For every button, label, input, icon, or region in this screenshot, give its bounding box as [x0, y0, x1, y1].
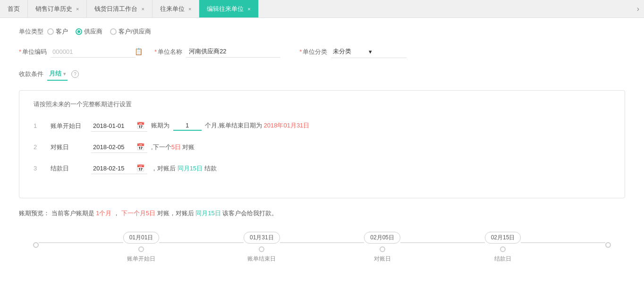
- timeline-dot-4: [500, 246, 506, 252]
- unit-class-label: 单位分类: [303, 48, 327, 56]
- unit-class-group: * 单位分类 未分类 ▾: [299, 45, 407, 58]
- radio-customer[interactable]: 客户: [47, 27, 68, 36]
- tab-cashflow[interactable]: 钱货日清工作台 ×: [87, 0, 152, 17]
- payment-date-input[interactable]: [93, 165, 136, 172]
- timeline-line-4: [400, 242, 485, 243]
- unit-name-group: * 单位名称: [154, 46, 280, 58]
- copy-icon[interactable]: 📋: [134, 47, 144, 56]
- help-icon[interactable]: ?: [71, 70, 79, 78]
- close-icon[interactable]: ×: [76, 6, 79, 12]
- unit-type-row: 单位类型 客户 供应商 客户/供应商: [19, 27, 625, 36]
- tab-more-button[interactable]: ›: [632, 0, 644, 17]
- payment-highlight: 同月15日: [178, 165, 203, 172]
- radio-supplier[interactable]: 供应商: [76, 27, 102, 36]
- tab-home[interactable]: 首页: [0, 0, 28, 17]
- unit-code-input[interactable]: [51, 46, 134, 57]
- period-row-3: 3 结款日 📅 ，对账后 同月15日 结款: [34, 162, 610, 174]
- timeline-label-1: 账单开始日: [127, 255, 155, 263]
- unit-name-label: 单位名称: [158, 48, 182, 56]
- close-icon[interactable]: ×: [188, 6, 191, 12]
- required-star: *: [19, 48, 21, 55]
- preview-payment-day: 同月15日: [195, 210, 220, 217]
- timeline-pill-4: 02月15日: [485, 232, 521, 244]
- timeline-area: 01月01日 账单开始日 01月31日 账单结束日 02月05日 对账日 02月…: [19, 232, 625, 263]
- unit-code-group: * 单位编码 📋: [19, 46, 136, 58]
- tab-bar: 首页 销售订单历史 × 钱货日清工作台 × 往来单位 × 编辑往来单位 × ›: [0, 0, 644, 18]
- timeline-node-4: 02月15日 结款日: [485, 232, 521, 263]
- unit-type-radio-group: 客户 供应商 客户/供应商: [47, 27, 151, 36]
- unit-name-input[interactable]: [186, 46, 280, 58]
- unit-info-row: * 单位编码 📋 * 单位名称 * 单位分类 未分类 ▾: [19, 45, 625, 58]
- timeline-label-3: 对账日: [374, 255, 391, 263]
- timeline-node-3: 02月05日 对账日: [364, 232, 400, 263]
- timeline-dot-2: [259, 246, 264, 252]
- period-num-1: 1: [34, 122, 43, 129]
- reconcile-date-input-group: 📅: [91, 141, 147, 153]
- timeline-node-1: 01月01日 账单开始日: [123, 232, 160, 263]
- period-row-1: 1 账单开始日 📅 账期为 个月,账单结束日期为 2018年01月31日: [34, 120, 610, 132]
- timeline-line-3: [280, 242, 364, 243]
- timeline-node-2: 01月31日 账单结束日: [244, 232, 280, 263]
- unit-code-label: 单位编码: [22, 48, 47, 56]
- radio-circle-both: [110, 28, 117, 35]
- radio-customer-supplier[interactable]: 客户/供应商: [110, 27, 151, 36]
- period-suffix-1: 账期为 个月,账单结束日期为 2018年01月31日: [151, 121, 309, 131]
- timeline-start-dot: [33, 242, 39, 248]
- unit-class-select[interactable]: 未分类 ▾: [331, 45, 407, 58]
- preview-period: 1个月: [96, 210, 111, 217]
- timeline-line-5: [521, 242, 605, 243]
- radio-circle-supplier: [76, 28, 82, 35]
- preview-reconcile-day: 下一个月5日: [121, 210, 155, 217]
- timeline-end-dot: [605, 242, 611, 248]
- calendar-icon[interactable]: 📅: [136, 142, 145, 152]
- start-date-input-group: 📅: [91, 120, 147, 132]
- close-icon[interactable]: ×: [141, 6, 144, 12]
- preview-text: 账期预览： 当前客户账期是 1个月 ， 下一个月5日 对账，对账后 同月15日 …: [19, 208, 625, 219]
- timeline-dot-3: [380, 246, 385, 252]
- tab-edit-counterparty[interactable]: 编辑往来单位 ×: [199, 0, 258, 17]
- unit-type-label: 单位类型: [19, 27, 43, 36]
- period-label-2: 对账日: [51, 143, 84, 152]
- reconcile-highlight: 5日: [171, 144, 181, 151]
- start-date-input[interactable]: [93, 122, 136, 129]
- period-label-1: 账单开始日: [51, 122, 84, 130]
- timeline-line-2: [159, 242, 244, 243]
- timeline-label-4: 结款日: [494, 255, 511, 263]
- month-input[interactable]: [173, 121, 202, 131]
- timeline-pill-2: 01月31日: [244, 232, 280, 244]
- period-hint: 请按照未来的一个完整帐期进行设置: [34, 100, 610, 109]
- payment-label: 收款条件: [19, 70, 43, 78]
- timeline-dot-1: [138, 246, 144, 252]
- reconcile-date-input[interactable]: [93, 144, 136, 151]
- close-icon[interactable]: ×: [247, 6, 250, 12]
- period-row-2: 2 对账日 📅 ,下一个5日 对账: [34, 141, 610, 153]
- timeline-pill-1: 01月01日: [123, 232, 160, 244]
- unit-code-input-wrapper: 📋: [51, 46, 136, 58]
- timeline-line-1: [39, 242, 123, 243]
- chevron-down-icon: ▾: [369, 48, 405, 55]
- chevron-down-icon: ▾: [63, 71, 66, 76]
- tab-counterparty[interactable]: 往来单位 ×: [153, 0, 199, 17]
- period-num-2: 2: [34, 144, 43, 151]
- required-star: *: [299, 48, 302, 55]
- tab-sales-history[interactable]: 销售订单历史 ×: [28, 0, 87, 17]
- period-label-3: 结款日: [51, 164, 84, 173]
- period-suffix-2: ,下一个5日 对账: [151, 143, 195, 152]
- period-suffix-3: ，对账后 同月15日 结款: [151, 164, 217, 173]
- timeline-label-2: 账单结束日: [247, 255, 276, 263]
- radio-circle-customer: [47, 28, 54, 35]
- required-star: *: [154, 48, 157, 55]
- period-settings-box: 请按照未来的一个完整帐期进行设置 1 账单开始日 📅 账期为 个月,账单结束日期…: [19, 90, 625, 198]
- payment-date-input-group: 📅: [91, 162, 147, 174]
- calendar-icon[interactable]: 📅: [136, 121, 145, 130]
- end-date-highlight: 2018年01月31日: [264, 122, 310, 129]
- timeline-pill-3: 02月05日: [364, 232, 400, 244]
- period-num-3: 3: [34, 165, 43, 172]
- calendar-icon[interactable]: 📅: [136, 163, 145, 173]
- payment-condition-select[interactable]: 月结 ▾: [47, 68, 68, 81]
- payment-condition-row: 收款条件 月结 ▾ ?: [19, 68, 625, 81]
- main-content: 单位类型 客户 供应商 客户/供应商 * 单位编码 📋: [0, 18, 644, 287]
